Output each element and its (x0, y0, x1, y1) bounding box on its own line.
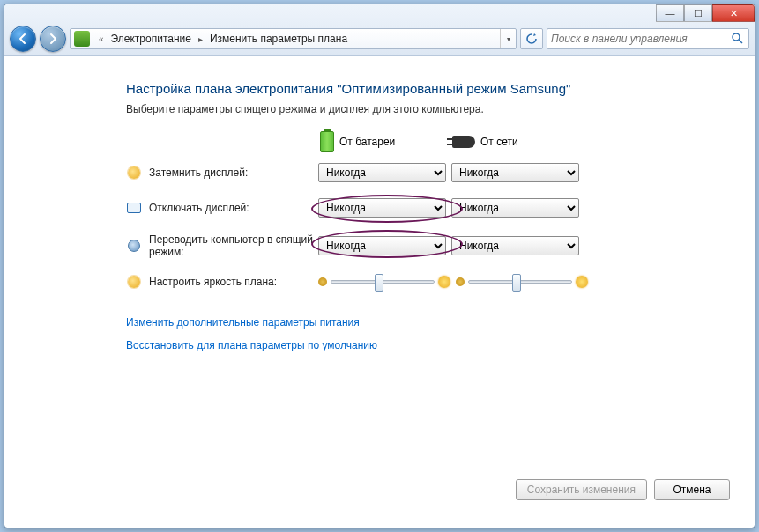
search-box[interactable] (547, 28, 749, 49)
plug-icon (452, 136, 475, 148)
links-section: Изменить дополнительные параметры питани… (126, 316, 620, 351)
window-controls: — ☐ ✕ (656, 4, 755, 22)
svg-line-1 (739, 40, 742, 43)
display-icon (127, 203, 141, 213)
sleep-battery-select[interactable]: Никогда (318, 236, 446, 255)
column-headers: От батареи От сети (320, 131, 620, 152)
brightness-plugged-group (456, 276, 588, 288)
brightness-battery-slider[interactable] (331, 280, 435, 284)
page-title: Настройка плана электропитания "Оптимизи… (126, 81, 620, 96)
brightness-battery-thumb[interactable] (375, 274, 383, 292)
brightness-plugged-thumb[interactable] (512, 274, 521, 292)
search-icon[interactable] (729, 32, 745, 47)
turn-off-display-plugged-select[interactable]: Никогда (451, 198, 579, 218)
content-area: Настройка плана электропитания "Оптимизи… (4, 56, 755, 525)
forward-button[interactable] (40, 26, 66, 52)
advanced-settings-link[interactable]: Изменить дополнительные параметры питани… (126, 316, 620, 329)
navigation-bar: « Электропитание ▸ Изменить параметры пл… (4, 4, 755, 56)
crumb-edit-plan[interactable]: Изменить параметры плана (208, 33, 349, 45)
close-button[interactable]: ✕ (712, 4, 755, 22)
brightness-battery-group (318, 276, 450, 288)
power-options-icon (74, 31, 90, 47)
brightness-label: Настроить яркость плана: (149, 276, 318, 288)
back-button[interactable] (10, 26, 36, 52)
maximize-button[interactable]: ☐ (684, 4, 712, 22)
refresh-button[interactable] (520, 28, 543, 49)
turn-off-display-row: Отключать дисплей: Никогда Никогда (126, 198, 620, 218)
dim-display-battery-select[interactable]: Никогда (318, 163, 446, 182)
page-subtitle: Выберите параметры спящего режима и дисп… (126, 103, 620, 115)
crumb-power-options[interactable]: Электропитание (109, 33, 193, 45)
brightness-plugged-slider[interactable] (468, 280, 572, 284)
sun-bright-icon (438, 276, 450, 288)
sleep-label: Переводить компьютер в спящий режим: (149, 233, 318, 258)
dim-display-plugged-select[interactable]: Никогда (451, 163, 579, 182)
sleep-plugged-select[interactable]: Никогда (451, 236, 579, 255)
sun-dim-icon (318, 277, 327, 286)
plugged-in-label: От сети (480, 136, 518, 148)
restore-defaults-link[interactable]: Восстановить для плана параметры по умол… (126, 339, 620, 351)
svg-point-0 (733, 33, 740, 41)
sleep-row: Переводить компьютер в спящий режим: Ник… (126, 233, 620, 258)
on-battery-label: От батареи (339, 136, 395, 148)
footer-buttons: Сохранить изменения Отмена (516, 479, 730, 500)
dim-icon (128, 166, 140, 179)
sleep-icon (128, 240, 140, 252)
brightness-row: Настроить яркость плана: (126, 274, 620, 290)
save-button[interactable]: Сохранить изменения (516, 479, 647, 500)
dim-display-row: Затемнить дисплей: Никогда Никогда (126, 163, 620, 182)
cancel-button[interactable]: Отмена (654, 479, 730, 500)
sun-bright-icon (576, 276, 588, 288)
turn-off-display-label: Отключать дисплей: (149, 202, 318, 214)
address-bar[interactable]: « Электропитание ▸ Изменить параметры пл… (70, 28, 517, 49)
battery-icon (320, 131, 334, 152)
crumb-prefix: « (93, 34, 109, 44)
turn-off-display-battery-select[interactable]: Никогда (318, 198, 446, 218)
search-input[interactable] (551, 33, 729, 45)
brightness-icon (128, 276, 140, 288)
control-panel-window: — ☐ ✕ « Электропитание ▸ Изменить параме… (4, 4, 755, 528)
dim-display-label: Затемнить дисплей: (149, 166, 318, 179)
sun-dim-icon (456, 277, 465, 286)
minimize-button[interactable]: — (656, 4, 684, 22)
chevron-right-icon: ▸ (193, 34, 208, 44)
address-dropdown-button[interactable]: ▾ (500, 29, 516, 48)
